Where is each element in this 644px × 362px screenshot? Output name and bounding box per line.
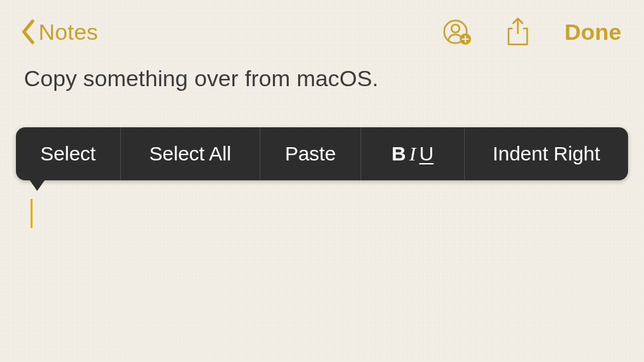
menu-select-all[interactable]: Select All xyxy=(121,127,260,180)
italic-icon: I xyxy=(410,143,416,165)
menu-paste[interactable]: Paste xyxy=(260,127,361,180)
note-title-line: Copy something over from macOS. xyxy=(24,65,621,92)
bold-icon: B xyxy=(392,143,406,165)
chevron-left-icon xyxy=(19,19,37,45)
done-button[interactable]: Done xyxy=(564,19,621,45)
back-button[interactable]: Notes xyxy=(19,19,98,45)
underline-icon: U xyxy=(420,143,434,165)
back-label: Notes xyxy=(39,19,98,45)
menu-select[interactable]: Select xyxy=(16,127,121,180)
context-menu-tail-icon xyxy=(28,178,46,191)
add-collaborator-icon[interactable] xyxy=(443,18,471,46)
svg-point-1 xyxy=(451,25,459,32)
menu-format-biu[interactable]: B I U xyxy=(361,127,465,180)
nav-actions: Done xyxy=(443,17,621,46)
nav-bar: Notes Done xyxy=(0,0,644,58)
menu-indent-right[interactable]: Indent Right xyxy=(465,127,628,180)
text-context-menu: Select Select All Paste B I U Indent Rig… xyxy=(16,127,628,180)
share-icon[interactable] xyxy=(506,17,530,46)
text-caret xyxy=(31,199,33,228)
note-editor[interactable]: Copy something over from macOS. xyxy=(0,58,644,92)
